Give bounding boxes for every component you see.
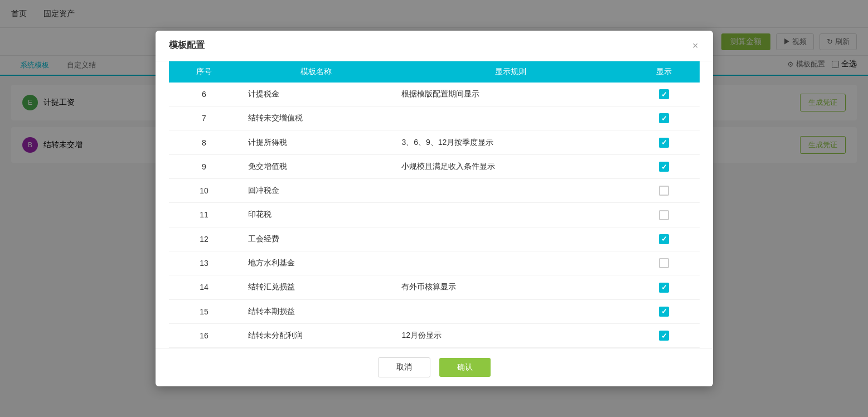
table-row: 10回冲税金 xyxy=(169,179,700,203)
cell-name: 回冲税金 xyxy=(239,179,392,203)
cell-rule xyxy=(392,106,628,130)
cell-id: 8 xyxy=(169,130,240,154)
cell-name: 结转未分配利润 xyxy=(239,323,392,347)
cell-name: 免交增值税 xyxy=(239,154,392,178)
cell-name: 工会经费 xyxy=(239,227,392,251)
display-checkbox[interactable] xyxy=(659,89,669,99)
cell-rule xyxy=(392,203,628,227)
cell-display xyxy=(629,130,700,154)
confirm-button[interactable]: 确认 xyxy=(439,358,491,377)
cancel-button[interactable]: 取消 xyxy=(378,357,430,377)
template-config-modal: 模板配置 × 序号 模板名称 显示规则 显示 6计提税金根据模版配置期间显示7结… xyxy=(156,31,713,386)
modal-overlay: 模板配置 × 序号 模板名称 显示规则 显示 6计提税金根据模版配置期间显示7结… xyxy=(0,0,868,417)
col-header-id: 序号 xyxy=(169,61,240,83)
cell-id: 13 xyxy=(169,251,240,275)
col-header-display: 显示 xyxy=(629,61,700,83)
cell-display xyxy=(629,154,700,178)
cell-display xyxy=(629,203,700,227)
cell-name: 结转未交增值税 xyxy=(239,106,392,130)
cell-display xyxy=(629,227,700,251)
cell-rule xyxy=(392,227,628,251)
display-checkbox[interactable] xyxy=(659,210,669,220)
cell-display xyxy=(629,299,700,323)
cell-id: 6 xyxy=(169,83,240,106)
cell-id: 7 xyxy=(169,106,240,130)
cell-rule: 根据模版配置期间显示 xyxy=(392,83,628,106)
cell-display xyxy=(629,251,700,275)
config-table: 序号 模板名称 显示规则 显示 6计提税金根据模版配置期间显示7结转未交增值税8… xyxy=(169,61,700,348)
cell-rule xyxy=(392,299,628,323)
cell-display xyxy=(629,106,700,130)
display-checkbox[interactable] xyxy=(659,234,669,244)
table-row: 6计提税金根据模版配置期间显示 xyxy=(169,83,700,106)
cell-id: 16 xyxy=(169,323,240,347)
cell-name: 地方水利基金 xyxy=(239,251,392,275)
cell-display xyxy=(629,323,700,347)
cell-id: 11 xyxy=(169,203,240,227)
display-checkbox[interactable] xyxy=(659,162,669,172)
cell-name: 结转本期损益 xyxy=(239,299,392,323)
cell-id: 15 xyxy=(169,299,240,323)
table-row: 13地方水利基金 xyxy=(169,251,700,275)
cell-id: 14 xyxy=(169,275,240,299)
table-row: 7结转未交增值税 xyxy=(169,106,700,130)
col-header-rule: 显示规则 xyxy=(392,61,628,83)
display-checkbox[interactable] xyxy=(659,283,669,293)
display-checkbox[interactable] xyxy=(659,331,669,341)
cell-display xyxy=(629,83,700,106)
col-header-name: 模板名称 xyxy=(239,61,392,83)
cell-id: 9 xyxy=(169,154,240,178)
modal-body: 序号 模板名称 显示规则 显示 6计提税金根据模版配置期间显示7结转未交增值税8… xyxy=(156,61,713,348)
modal-title: 模板配置 xyxy=(169,40,205,51)
modal-footer: 取消 确认 xyxy=(156,348,713,386)
table-row: 11印花税 xyxy=(169,203,700,227)
table-row: 16结转未分配利润12月份显示 xyxy=(169,323,700,347)
cell-rule xyxy=(392,251,628,275)
display-checkbox[interactable] xyxy=(659,138,669,148)
table-row: 15结转本期损益 xyxy=(169,299,700,323)
display-checkbox[interactable] xyxy=(659,258,669,268)
cell-rule: 有外币核算显示 xyxy=(392,275,628,299)
cell-name: 结转汇兑损益 xyxy=(239,275,392,299)
cell-display xyxy=(629,179,700,203)
cell-name: 计提税金 xyxy=(239,83,392,106)
cell-rule: 12月份显示 xyxy=(392,323,628,347)
table-row: 14结转汇兑损益有外币核算显示 xyxy=(169,275,700,299)
cell-name: 计提所得税 xyxy=(239,130,392,154)
display-checkbox[interactable] xyxy=(659,307,669,317)
cell-rule: 3、6、9、12月按季度显示 xyxy=(392,130,628,154)
cell-id: 12 xyxy=(169,227,240,251)
modal-header: 模板配置 × xyxy=(156,31,713,61)
table-row: 12工会经费 xyxy=(169,227,700,251)
cell-rule xyxy=(392,179,628,203)
cell-name: 印花税 xyxy=(239,203,392,227)
cell-rule: 小规模且满足收入条件显示 xyxy=(392,154,628,178)
table-row: 9免交增值税小规模且满足收入条件显示 xyxy=(169,154,700,178)
display-checkbox[interactable] xyxy=(659,113,669,123)
table-row: 8计提所得税3、6、9、12月按季度显示 xyxy=(169,130,700,154)
cell-id: 10 xyxy=(169,179,240,203)
modal-close-button[interactable]: × xyxy=(691,40,700,52)
cell-display xyxy=(629,275,700,299)
display-checkbox[interactable] xyxy=(659,186,669,196)
